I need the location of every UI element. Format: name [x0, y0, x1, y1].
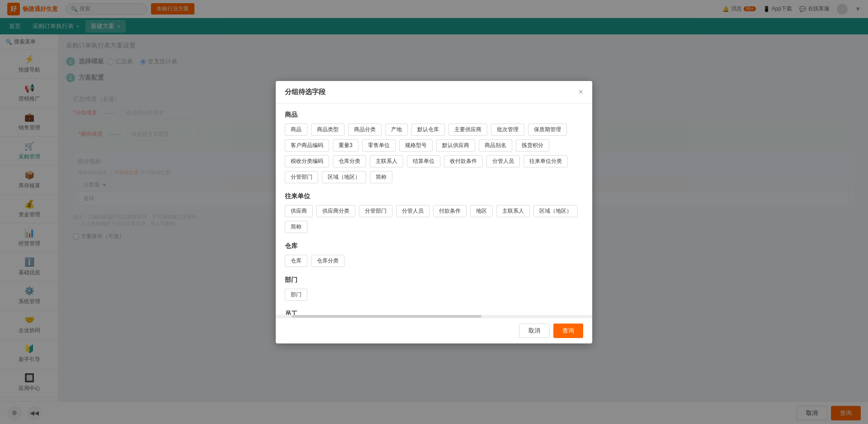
field-group-dept: 部门 部门	[285, 276, 583, 301]
field-tags-goods: 商品 商品类型 商品分类 产地 默认仓库 主要供应商 批次管理 保质期管理 客户…	[285, 124, 583, 183]
field-group-warehouse-title: 仓库	[285, 242, 583, 250]
field-tag[interactable]: 付款条件	[433, 205, 467, 217]
field-group-staff: 员工 业务员	[285, 310, 583, 315]
field-tag[interactable]: 商品分类	[348, 124, 382, 136]
field-tags-warehouse: 仓库 仓库分类	[285, 255, 583, 267]
field-tag[interactable]: 分管部门	[359, 205, 392, 217]
field-tag[interactable]: 批次管理	[491, 124, 524, 136]
field-group-partner-title: 往来单位	[285, 192, 583, 200]
field-tag[interactable]: 拣货积分	[516, 139, 549, 152]
field-tag[interactable]: 仓库分类	[311, 255, 344, 267]
field-tag[interactable]: 主要供应商	[448, 124, 487, 136]
field-tag[interactable]: 分管部门	[285, 171, 318, 183]
field-tag[interactable]: 重量3	[333, 139, 359, 152]
field-tag[interactable]: 区域（地区）	[533, 205, 578, 217]
modal-body: 商品 商品 商品类型 商品分类 产地 默认仓库 主要供应商 批次管理 保质期管理…	[276, 104, 592, 315]
field-group-partner: 往来单位 供应商 供应商分类 分管部门 分管人员 付款条件 地区 主联系人 区域…	[285, 192, 583, 233]
field-tag[interactable]: 结算单位	[407, 155, 440, 167]
field-tag[interactable]: 主联系人	[370, 155, 403, 167]
field-tag[interactable]: 部门	[285, 289, 307, 301]
modal-title: 分组待选字段	[285, 88, 326, 96]
field-tag[interactable]: 地区	[470, 205, 493, 217]
field-tags-dept: 部门	[285, 289, 583, 301]
field-tag[interactable]: 分管人员	[486, 155, 520, 167]
field-group-goods-title: 商品	[285, 111, 583, 119]
modal-close-button[interactable]: ×	[578, 87, 583, 97]
field-group-staff-title: 员工	[285, 310, 583, 315]
field-tag[interactable]: 供应商分类	[316, 205, 355, 217]
field-tag[interactable]: 往来单位分类	[524, 155, 568, 167]
field-group-warehouse: 仓库 仓库 仓库分类	[285, 242, 583, 267]
field-tag[interactable]: 商品	[285, 124, 307, 136]
field-tag[interactable]: 分管人员	[396, 205, 429, 217]
field-tag[interactable]: 主联系人	[496, 205, 530, 217]
field-tag[interactable]: 商品别名	[479, 139, 512, 152]
field-tag[interactable]: 区域（地区）	[322, 171, 366, 183]
field-tag[interactable]: 默认供应商	[436, 139, 475, 152]
field-tag[interactable]: 规格型号	[399, 139, 433, 152]
field-tags-partner: 供应商 供应商分类 分管部门 分管人员 付款条件 地区 主联系人 区域（地区） …	[285, 205, 583, 233]
field-tag[interactable]: 仓库	[285, 255, 307, 267]
cancel-button[interactable]: 取消	[519, 324, 550, 338]
modal-footer: 取消 查询	[276, 318, 592, 343]
field-tag[interactable]: 默认仓库	[411, 124, 445, 136]
field-group-dept-title: 部门	[285, 276, 583, 284]
field-tag[interactable]: 供应商	[285, 205, 313, 217]
modal-overlay: 分组待选字段 × 商品 商品 商品类型 商品分类 产地 默认仓库 主要供应商 批…	[0, 0, 868, 424]
field-group-goods: 商品 商品 商品类型 商品分类 产地 默认仓库 主要供应商 批次管理 保质期管理…	[285, 111, 583, 183]
confirm-button[interactable]: 查询	[553, 324, 583, 338]
modal-header: 分组待选字段 ×	[276, 81, 592, 104]
field-tag[interactable]: 简称	[285, 221, 307, 233]
field-tag[interactable]: 税收分类编码	[285, 155, 329, 167]
field-tag[interactable]: 仓库分类	[333, 155, 366, 167]
field-tag[interactable]: 产地	[385, 124, 408, 136]
field-tag[interactable]: 商品类型	[311, 124, 344, 136]
field-tag[interactable]: 零售单位	[362, 139, 396, 152]
field-tag[interactable]: 收付款条件	[444, 155, 483, 167]
field-tag[interactable]: 简称	[370, 171, 392, 183]
field-tag[interactable]: 客户商品编码	[285, 139, 329, 152]
field-select-modal: 分组待选字段 × 商品 商品 商品类型 商品分类 产地 默认仓库 主要供应商 批…	[276, 81, 592, 343]
field-tag[interactable]: 保质期管理	[528, 124, 567, 136]
